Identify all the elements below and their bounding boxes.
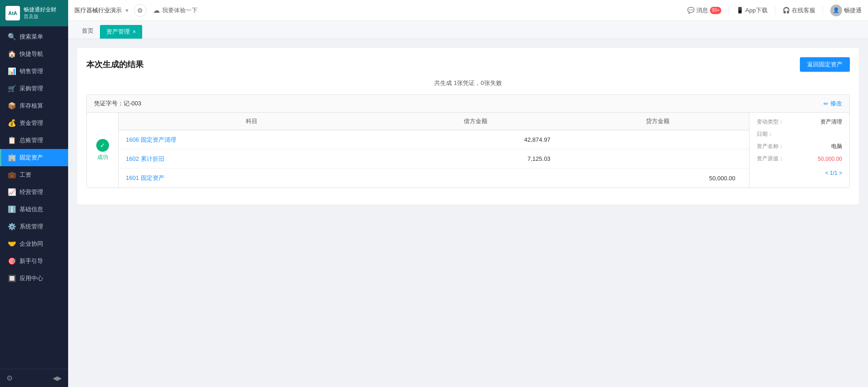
return-button[interactable]: 返回固定资产 <box>800 57 850 72</box>
sidebar-item-经营管理[interactable]: 📈 经营管理 <box>0 184 68 201</box>
table-row: 1606 固定资产清理 42,874.97 <box>119 130 749 149</box>
sidebar-item-固定资产[interactable]: 🏢 固定资产 <box>0 149 68 166</box>
app-version: 普及版 <box>24 13 56 20</box>
sidebar: AtA 畅捷通好业财 普及版 🔍 搜索菜单 🏠 快捷导航 📊 销售管理 🛒 采购… <box>0 0 68 387</box>
nav-label-13: 新手引导 <box>20 257 43 265</box>
sidebar-item-工资[interactable]: 💼 工资 <box>0 166 68 184</box>
company-selector[interactable]: 医疗器械行业演示 ▼ <box>74 6 129 15</box>
status-text: 成功 <box>97 154 108 161</box>
sidebar-item-资金管理[interactable]: 💰 资金管理 <box>0 114 68 132</box>
nav-icon-12: 🤝 <box>8 240 16 248</box>
tab-label: 资产管理 <box>106 28 130 36</box>
settings-icon[interactable]: ⚙ <box>6 374 13 382</box>
sidebar-item-搜索菜单[interactable]: 🔍 搜索菜单 <box>0 28 68 45</box>
company-name: 医疗器械行业演示 <box>74 6 122 15</box>
cell-subject-0: 1606 固定资产清理 <box>119 131 379 149</box>
cell-subject-2: 1601 固定资产 <box>119 169 379 187</box>
cell-credit-1 <box>564 154 749 164</box>
detail-asset-name: 资产名称： 电脑 <box>757 143 842 150</box>
tab-asset-management[interactable]: 资产管理 × <box>100 25 142 39</box>
tab-home[interactable]: 首页 <box>75 24 100 39</box>
cell-credit-2: 50,000.00 <box>564 170 749 186</box>
sidebar-logo: AtA 畅捷通好业财 普及版 <box>0 0 68 26</box>
nav-label-8: 工资 <box>20 171 31 179</box>
user-profile[interactable]: 👤 畅捷通 <box>830 5 862 16</box>
avatar: 👤 <box>830 5 842 16</box>
detail-pagination: < 1/1 > <box>757 170 842 176</box>
detail-change-type: 变动类型： 资产清理 <box>757 118 842 126</box>
collapse-icon[interactable]: ◀▶ <box>53 375 62 382</box>
nav-icon-5: 💰 <box>8 119 16 127</box>
nav-icon-7: 🏢 <box>8 154 16 162</box>
main-area: 医疗器械行业演示 ▼ ⚙ ☁ 我要体验一下 💬 消息 99+ 📱 App下载 🎧… <box>68 0 868 387</box>
voucher-detail: 变动类型： 资产清理 日期： 资产名称： 电脑 资产原值： <box>749 113 849 188</box>
edit-button[interactable]: ✏ 修改 <box>823 99 842 108</box>
nav-icon-10: ℹ️ <box>8 205 16 213</box>
next-page-icon[interactable]: > <box>839 170 842 176</box>
experience-button[interactable]: ☁ 我要体验一下 <box>153 6 198 15</box>
nav-label-7: 固定资产 <box>20 154 43 162</box>
cloud-icon: ☁ <box>153 6 160 15</box>
page-indicator: 1/1 <box>830 170 839 176</box>
cell-debit-1: 7,125.03 <box>379 151 564 167</box>
username: 畅捷通 <box>844 6 862 15</box>
voucher-body: ✓ 成功 科目 借方金额 贷方金额 1606 固定资产清理 42, <box>87 113 849 188</box>
divider3 <box>823 6 823 15</box>
table-row: 1601 固定资产 50,000.00 <box>119 169 749 188</box>
page-title: 本次生成的结果 <box>86 59 144 70</box>
sidebar-footer: ⚙ ◀▶ <box>0 369 68 387</box>
nav-label-0: 搜索菜单 <box>20 33 43 41</box>
sidebar-item-销售管理[interactable]: 📊 销售管理 <box>0 63 68 80</box>
nav-icon-2: 📊 <box>8 67 16 75</box>
tabbar: 首页 资产管理 × <box>68 21 868 39</box>
nav-label-1: 快捷导航 <box>20 50 43 58</box>
sidebar-item-库存核算[interactable]: 📦 库存核算 <box>0 97 68 114</box>
cell-subject-1: 1602 累计折旧 <box>119 150 379 168</box>
nav-icon-6: 📋 <box>8 136 16 144</box>
edit-icon: ✏ <box>823 100 828 107</box>
settings-button[interactable]: ⚙ <box>134 4 147 17</box>
nav-icon-0: 🔍 <box>8 33 16 41</box>
nav-icon-9: 📈 <box>8 188 16 196</box>
message-badge: 99+ <box>710 7 721 14</box>
col-credit: 贷方金额 <box>567 113 749 130</box>
nav-label-2: 销售管理 <box>20 67 43 75</box>
nav-label-4: 库存核算 <box>20 102 43 110</box>
nav-label-6: 总账管理 <box>20 136 43 144</box>
sidebar-item-系统管理[interactable]: ⚙️ 系统管理 <box>0 218 68 235</box>
summary-text: 共生成 1张凭证，0张失败 <box>86 79 850 87</box>
voucher-number: 凭证字号：记-003 <box>94 99 141 108</box>
app-download-button[interactable]: 📱 App下载 <box>736 6 768 15</box>
table-row: 1602 累计折旧 7,125.03 <box>119 149 749 169</box>
nav-icon-8: 💼 <box>8 171 16 179</box>
sidebar-item-快捷导航[interactable]: 🏠 快捷导航 <box>0 45 68 63</box>
cell-debit-2 <box>379 174 564 183</box>
nav-label-12: 企业协同 <box>20 240 43 248</box>
nav-label-14: 应用中心 <box>20 274 43 283</box>
nav-icon-4: 📦 <box>8 102 16 110</box>
nav-icon-1: 🏠 <box>8 50 16 58</box>
voucher-section: 凭证字号：记-003 ✏ 修改 ✓ 成功 科目 <box>86 94 850 188</box>
detail-date: 日期： <box>757 130 842 138</box>
divider <box>729 6 729 15</box>
nav-label-9: 经营管理 <box>20 188 43 196</box>
sidebar-item-基础信息[interactable]: ℹ️ 基础信息 <box>0 201 68 218</box>
sidebar-item-总账管理[interactable]: 📋 总账管理 <box>0 132 68 149</box>
nav-icon-3: 🛒 <box>8 84 16 93</box>
online-service-button[interactable]: 🎧 在线客服 <box>783 6 815 15</box>
col-debit: 借方金额 <box>385 113 567 130</box>
success-icon: ✓ <box>96 139 109 152</box>
prev-page-icon[interactable]: < <box>825 170 828 176</box>
cell-debit-0: 42,874.97 <box>379 132 564 148</box>
page-content: 本次生成的结果 返回固定资产 共生成 1张凭证，0张失败 凭证字号：记-003 … <box>68 39 868 387</box>
tab-close-icon[interactable]: × <box>133 29 136 35</box>
headset-icon: 🎧 <box>783 7 790 14</box>
message-button[interactable]: 💬 消息 99+ <box>687 6 721 15</box>
sidebar-item-新手引导[interactable]: 🎯 新手引导 <box>0 253 68 270</box>
app-name: 畅捷通好业财 <box>24 6 56 14</box>
sidebar-item-企业协同[interactable]: 🤝 企业协同 <box>0 235 68 253</box>
table-header: 科目 借方金额 贷方金额 <box>119 113 749 130</box>
cell-credit-0 <box>564 135 749 144</box>
sidebar-item-应用中心[interactable]: 🔲 应用中心 <box>0 270 68 287</box>
sidebar-item-采购管理[interactable]: 🛒 采购管理 <box>0 80 68 97</box>
